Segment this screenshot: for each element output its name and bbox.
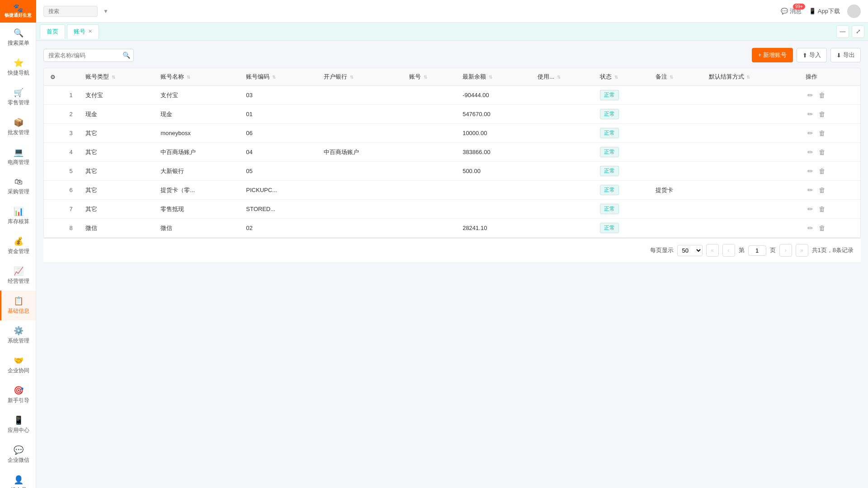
- col-settings[interactable]: ⚙: [44, 68, 62, 86]
- row-remark-cell: 提货卡: [650, 181, 703, 200]
- dropdown-arrow-icon[interactable]: ▼: [103, 8, 108, 14]
- page-input[interactable]: [748, 245, 766, 256]
- status-badge: 正常: [600, 128, 619, 138]
- tab-action-minimize[interactable]: —: [836, 25, 849, 38]
- col-bank[interactable]: 开户银行 ⇅: [318, 68, 404, 86]
- row-delete-button[interactable]: 🗑: [817, 185, 827, 195]
- sidebar-menu: 🔍 搜索菜单 ⭐ 快捷导航 🛒 零售管理 📦 批发管理 💻 电商管理 🛍 采购管…: [0, 23, 36, 488]
- status-badge: 正常: [600, 109, 619, 119]
- row-action-cell: ✏ 🗑: [800, 181, 860, 200]
- sidebar-item-ops-mgmt[interactable]: 📈 经营管理: [0, 261, 36, 291]
- tab-account-close-icon[interactable]: ✕: [88, 29, 92, 34]
- row-settings-cell: [44, 200, 62, 219]
- sidebar-item-wholesale-mgmt[interactable]: 📦 批发管理: [0, 112, 36, 142]
- row-edit-button[interactable]: ✏: [806, 223, 815, 233]
- col-code[interactable]: 账号编码 ⇅: [241, 68, 318, 86]
- page-size-select[interactable]: 50 20 100: [677, 245, 703, 256]
- ops-mgmt-icon: 📈: [14, 266, 24, 276]
- ops-mgmt-label: 经营管理: [8, 277, 29, 285]
- row-edit-button[interactable]: ✏: [806, 109, 815, 119]
- app-download-button[interactable]: 📱 App下载: [809, 7, 840, 15]
- sidebar-item-biz-wechat[interactable]: 💬 企业微信: [0, 440, 36, 469]
- search-icon[interactable]: 🔍: [123, 52, 130, 59]
- tab-home[interactable]: 首页: [40, 24, 65, 39]
- row-type-cell: 其它: [80, 181, 155, 200]
- row-num-cell: 4: [62, 143, 80, 162]
- sidebar-item-ecommerce-mgmt[interactable]: 💻 电商管理: [0, 142, 36, 172]
- tab-action-maximize[interactable]: ⤢: [852, 25, 864, 38]
- row-edit-button[interactable]: ✏: [806, 166, 815, 176]
- col-type[interactable]: 账号类型 ⇅: [80, 68, 155, 86]
- tab-account[interactable]: 账号 ✕: [67, 24, 99, 39]
- top-search-input[interactable]: [43, 6, 98, 17]
- row-type-cell: 微信: [80, 219, 155, 238]
- sidebar-item-quick-nav[interactable]: ⭐ 快捷导航: [0, 52, 36, 82]
- sidebar-item-inventory[interactable]: 📊 库存核算: [0, 201, 36, 231]
- biz-wechat-label: 企业微信: [8, 456, 29, 464]
- newbie-guide-label: 新手引导: [8, 397, 29, 404]
- import-button[interactable]: ⬆ 导入: [797, 48, 827, 62]
- sidebar-item-app-center[interactable]: 📱 应用中心: [0, 410, 36, 440]
- sidebar-item-retail-mgmt[interactable]: 🛒 零售管理: [0, 82, 36, 112]
- export-button[interactable]: ⬇ 导出: [830, 48, 861, 62]
- row-edit-button[interactable]: ✏: [806, 128, 815, 138]
- logo-text: 畅捷通好生意: [5, 12, 32, 19]
- sidebar-item-biz-agreement[interactable]: 🤝 企业协同: [0, 350, 36, 380]
- row-type-cell: 支付宝: [80, 86, 155, 105]
- content-area: 🔍 + 新增账号 ⬆ 导入 ⬇ 导出 ⚙: [36, 41, 868, 488]
- col-remark[interactable]: 备注 ⇅: [650, 68, 703, 86]
- col-name[interactable]: 账号名称 ⇅: [155, 68, 241, 86]
- page-first-button[interactable]: «: [706, 244, 719, 257]
- row-delete-button[interactable]: 🗑: [817, 147, 827, 157]
- row-remark-cell: [650, 143, 703, 162]
- row-delete-button[interactable]: 🗑: [817, 204, 827, 214]
- sidebar-item-basic-info[interactable]: 📋 基础信息: [0, 291, 36, 320]
- row-edit-button[interactable]: ✏: [806, 147, 815, 157]
- col-account[interactable]: 账号 ⇅: [404, 68, 457, 86]
- row-delete-button[interactable]: 🗑: [817, 223, 827, 233]
- row-edit-button[interactable]: ✏: [806, 90, 815, 100]
- sidebar-item-member[interactable]: 👤 畅会员: [0, 469, 36, 488]
- row-delete-button[interactable]: 🗑: [817, 166, 827, 176]
- biz-agreement-icon: 🤝: [14, 356, 24, 366]
- row-remark-cell: [650, 105, 703, 124]
- page-next-button[interactable]: ›: [779, 244, 792, 257]
- newbie-guide-icon: 🎯: [14, 385, 24, 395]
- page-last-button[interactable]: »: [796, 244, 808, 257]
- col-status[interactable]: 状态 ⇅: [594, 68, 650, 86]
- row-delete-button[interactable]: 🗑: [817, 109, 827, 119]
- page-suffix: 页: [770, 246, 776, 254]
- inventory-icon: 📊: [14, 206, 24, 216]
- row-balance-cell: 10000.00: [457, 124, 532, 143]
- row-usage-cell: [532, 219, 594, 238]
- message-button[interactable]: 💬 消息 99+: [781, 7, 802, 15]
- pagination: 每页显示 50 20 100 « ‹ 第 页 › » 共1页，8条记录: [43, 238, 861, 262]
- export-icon: ⬇: [836, 52, 841, 59]
- row-code-cell: 05: [241, 162, 318, 181]
- basic-info-icon: 📋: [14, 296, 24, 306]
- status-badge: 正常: [600, 147, 619, 157]
- search-wrap: 🔍: [43, 49, 134, 62]
- sidebar-item-finance-mgmt[interactable]: 💰 资金管理: [0, 231, 36, 261]
- sidebar-item-system-mgmt[interactable]: ⚙️ 系统管理: [0, 320, 36, 350]
- row-edit-button[interactable]: ✏: [806, 185, 815, 195]
- row-edit-button[interactable]: ✏: [806, 204, 815, 214]
- col-balance[interactable]: 最新余额 ⇅: [457, 68, 532, 86]
- row-delete-button[interactable]: 🗑: [817, 90, 827, 100]
- account-search-input[interactable]: [43, 49, 134, 62]
- col-default-settlement[interactable]: 默认结算方式 ⇅: [703, 68, 800, 86]
- col-usage[interactable]: 使用... ⇅: [532, 68, 594, 86]
- row-balance-cell: -90444.00: [457, 86, 532, 105]
- sidebar-item-search-menu[interactable]: 🔍 搜索菜单: [0, 23, 36, 52]
- row-delete-button[interactable]: 🗑: [817, 128, 827, 138]
- page-prev-button[interactable]: ‹: [722, 244, 735, 257]
- row-settings-cell: [44, 162, 62, 181]
- status-badge: 正常: [600, 166, 619, 176]
- message-icon: 💬: [781, 8, 788, 14]
- row-balance-cell: [457, 200, 532, 219]
- sidebar-item-purchase-mgmt[interactable]: 🛍 采购管理: [0, 172, 36, 201]
- total-label: 共1页，8条记录: [812, 246, 854, 254]
- user-avatar[interactable]: [847, 5, 861, 18]
- sidebar-item-newbie-guide[interactable]: 🎯 新手引导: [0, 380, 36, 410]
- add-account-button[interactable]: + 新增账号: [752, 48, 793, 62]
